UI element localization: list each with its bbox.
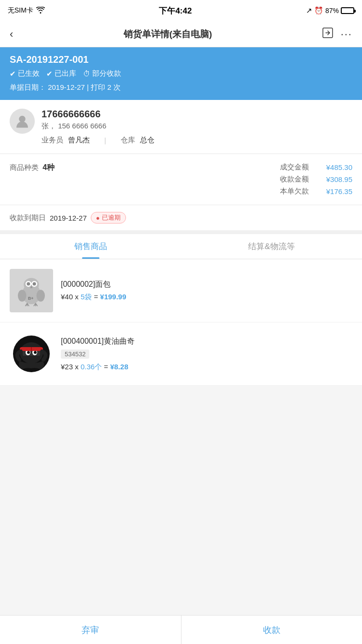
stat-received: 收款金额 ¥308.95	[280, 175, 352, 184]
badge-shipped: ✔ 已出库	[46, 69, 76, 78]
product-name-2: [000400001]黄油曲奇	[61, 336, 352, 347]
alarm-icon: ⏰	[314, 6, 323, 15]
bottom-bar: 弃审 收款	[0, 615, 362, 644]
back-button[interactable]: ‹	[10, 28, 13, 41]
svg-point-10	[37, 290, 45, 302]
product-image-2	[10, 332, 53, 376]
svg-point-17	[27, 351, 30, 354]
battery-text: 87%	[325, 7, 339, 14]
nav-actions: ···	[322, 28, 352, 41]
customer-meta: 业务员 曾凡杰 | 仓库 总仓	[42, 136, 352, 145]
stats-section: 商品种类 4种 成交金额 ¥485.30 收款金额 ¥308.95 本单欠款 ¥…	[0, 154, 362, 205]
more-button[interactable]: ···	[341, 28, 352, 41]
product-price-1: ¥40 x 5袋 = ¥199.99	[61, 293, 352, 302]
overdue-icon: ●	[96, 214, 100, 222]
overdue-badge: ● 已逾期	[91, 212, 126, 224]
svg-point-18	[34, 351, 37, 354]
wifi-icon	[36, 7, 45, 15]
location-icon: ↗	[306, 6, 312, 15]
stats-category: 商品种类 4种	[10, 163, 55, 173]
badge-effective: ✔ 已生效	[10, 69, 40, 78]
share-button[interactable]	[322, 28, 333, 41]
check-icon-2: ✔	[46, 70, 53, 78]
svg-text:B+: B+	[28, 296, 33, 301]
stat-deal-amount: 成交金额 ¥485.30	[280, 163, 352, 172]
avatar	[10, 109, 35, 134]
order-id: SA-20191227-001	[10, 54, 352, 65]
stats-amounts: 成交金额 ¥485.30 收款金额 ¥308.95 本单欠款 ¥176.35	[280, 163, 352, 196]
product-info-2: [000400001]黄油曲奇 534532 ¥23 x 0.36个 = ¥8.…	[61, 336, 352, 372]
tab-products[interactable]: 销售商品	[0, 234, 181, 259]
battery-icon	[341, 7, 354, 14]
svg-point-1	[19, 116, 26, 123]
tabs: 销售商品 结算&物流等	[0, 234, 362, 259]
product-item: B+ [0000002]面包 ¥40 x 5袋 = ¥199.99	[0, 259, 362, 322]
product-info-1: [0000002]面包 ¥40 x 5袋 = ¥199.99	[61, 280, 352, 302]
order-header: SA-20191227-001 ✔ 已生效 ✔ 已出库 ⏱ 部分收款 单据日期：…	[0, 47, 362, 100]
svg-point-6	[27, 282, 30, 286]
cancel-button[interactable]: 弃审	[0, 616, 181, 644]
check-icon-1: ✔	[10, 70, 16, 78]
due-date-section: 收款到期日 2019-12-27 ● 已逾期	[0, 205, 362, 234]
product-price-2: ¥23 x 0.36个 = ¥8.28	[61, 363, 352, 372]
page-title: 销货单详情(来自电脑)	[124, 28, 212, 41]
customer-name: 17666666666	[42, 109, 352, 120]
customer-section: 17666666666 张， 156 6666 6666 业务员 曾凡杰 | 仓…	[0, 100, 362, 154]
nav-bar: ‹ 销货单详情(来自电脑) ···	[0, 21, 362, 47]
status-left: 无SIM卡	[8, 6, 45, 15]
svg-point-7	[33, 282, 36, 286]
badge-partial-payment: ⏱ 部分收款	[83, 69, 121, 78]
products-list: B+ [0000002]面包 ¥40 x 5袋 = ¥199.99	[0, 259, 362, 386]
stat-debt: 本单欠款 ¥176.35	[280, 187, 352, 196]
status-time: 下午4:42	[159, 5, 192, 16]
product-item-2: [000400001]黄油曲奇 534532 ¥23 x 0.36个 = ¥8.…	[0, 322, 362, 386]
carrier-text: 无SIM卡	[8, 6, 33, 15]
customer-info: 17666666666 张， 156 6666 6666 业务员 曾凡杰 | 仓…	[42, 109, 352, 145]
product-name-1: [0000002]面包	[61, 280, 352, 290]
status-right: ↗ ⏰ 87%	[306, 6, 354, 15]
product-sku-2: 534532	[61, 350, 89, 359]
customer-phone: 张， 156 6666 6666	[42, 122, 352, 131]
confirm-button[interactable]: 收款	[181, 616, 362, 644]
order-badges: ✔ 已生效 ✔ 已出库 ⏱ 部分收款	[10, 69, 352, 78]
status-bar: 无SIM卡 下午4:42 ↗ ⏰ 87%	[0, 0, 362, 21]
tab-settlement[interactable]: 结算&物流等	[181, 234, 362, 259]
product-image-1: B+	[10, 269, 53, 312]
clock-icon: ⏱	[83, 70, 90, 78]
svg-point-9	[18, 290, 27, 302]
order-date: 单据日期： 2019-12-27 | 打印 2 次	[10, 83, 352, 92]
